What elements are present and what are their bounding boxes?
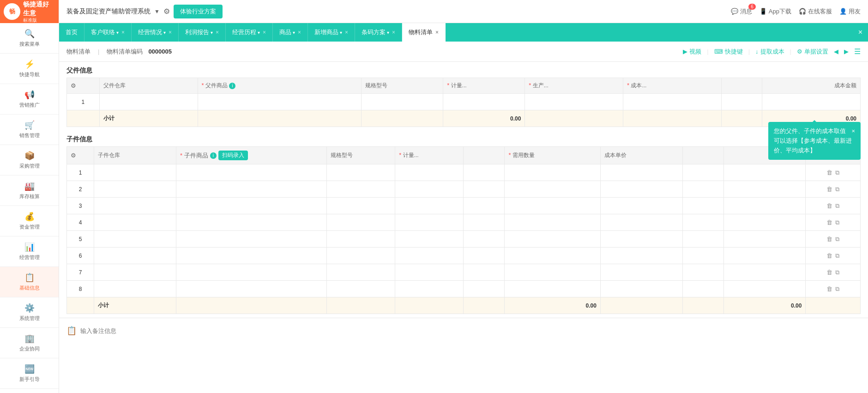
sidebar-item-purchase[interactable]: 📦 采购管理 xyxy=(0,145,59,175)
delete-icon-5[interactable]: 🗑 xyxy=(826,236,832,243)
child-row-1-cost-amount xyxy=(723,164,806,181)
copy-icon-3[interactable]: ⧉ xyxy=(835,202,839,210)
copy-icon-6[interactable]: ⧉ xyxy=(835,252,839,260)
tab-profit-close[interactable]: × xyxy=(216,29,219,36)
sidebar-item-label: 新手引导 xyxy=(19,376,40,383)
sidebar-item-marketing[interactable]: 📢 营销推广 xyxy=(0,84,59,115)
sidebar-item-basic-info[interactable]: 📋 基础信息 xyxy=(0,267,59,297)
child-row-1-unit-cost[interactable] xyxy=(600,164,682,181)
system-select-icon[interactable]: ▼ xyxy=(154,8,160,15)
tab-new-goods-close[interactable]: × xyxy=(345,29,348,36)
copy-icon-2[interactable]: ⧉ xyxy=(835,186,839,193)
settings-icon: ⚙️ xyxy=(24,303,35,313)
tab-bom-close[interactable]: × xyxy=(435,29,439,36)
tooltip-close-button[interactable]: × xyxy=(851,127,855,136)
tab-history[interactable]: 经营历程 ▾ × xyxy=(226,23,273,42)
online-service-label: 在线客服 xyxy=(808,7,832,16)
tab-customer-label: 客户联络 xyxy=(91,28,115,36)
copy-icon-1[interactable]: ⧉ xyxy=(835,169,839,176)
tab-operations-close[interactable]: × xyxy=(169,29,172,36)
single-settings-action[interactable]: ⚙ 单据设置 xyxy=(797,48,828,56)
sidebar-item-label: 系统管理 xyxy=(19,315,40,322)
child-row-1-qty[interactable] xyxy=(505,164,600,181)
tab-customer[interactable]: 客户联络 ▾ × xyxy=(84,23,132,42)
parent-col-settings[interactable]: ⚙ xyxy=(67,78,100,94)
chevron-down-icon: ▾ xyxy=(387,30,389,35)
delete-icon-4[interactable]: 🗑 xyxy=(826,219,832,226)
child-row-1-unit[interactable] xyxy=(395,164,464,181)
message-button[interactable]: 💬 消息 6 xyxy=(731,7,752,16)
sidebar-item-inventory[interactable]: 🏭 库存核算 xyxy=(0,175,59,206)
parent-row-num: 1 xyxy=(67,94,100,110)
sidebar-item-sales[interactable]: 🛒 销售管理 xyxy=(0,115,59,145)
view-label: 视频 xyxy=(689,48,701,56)
copy-icon-4[interactable]: ⧉ xyxy=(835,219,839,226)
sidebar-item-search[interactable]: 🔍 搜索菜单 xyxy=(0,23,59,54)
copy-icon-8[interactable]: ⧉ xyxy=(835,285,839,293)
view-action[interactable]: ▶ 视频 xyxy=(683,48,701,56)
message-icon: 💬 xyxy=(731,8,738,15)
tab-history-close[interactable]: × xyxy=(263,29,266,36)
sidebar-item-operations[interactable]: 📊 经营管理 xyxy=(0,236,59,267)
tab-barcode[interactable]: 条码方案 ▾ × xyxy=(355,23,402,42)
single-settings-label: 单据设置 xyxy=(804,48,828,56)
parent-row-goods[interactable] xyxy=(198,94,361,110)
trial-button[interactable]: 体验行业方案 xyxy=(174,5,223,18)
parent-goods-info-icon[interactable]: i xyxy=(229,83,235,89)
parent-table-header-row: ⚙ 父件仓库 * 父件商品 i 规格型号 * 计量... xyxy=(67,78,861,94)
parent-col-cost: * 成本... xyxy=(623,78,722,94)
parent-subtotal-col2 xyxy=(198,110,361,127)
tab-new-goods[interactable]: 新增商品 ▾ × xyxy=(308,23,355,42)
delete-icon-7[interactable]: 🗑 xyxy=(826,269,832,276)
copy-icon-7[interactable]: ⧉ xyxy=(835,269,839,276)
user-button[interactable]: 👤 用友 xyxy=(839,7,861,16)
tab-goods[interactable]: 商品 ▾ × xyxy=(273,23,308,42)
tab-home[interactable]: 首页 xyxy=(59,23,84,42)
remark-input[interactable] xyxy=(80,327,861,334)
parent-row-spec[interactable] xyxy=(361,94,443,110)
tabbar-close-button[interactable]: × xyxy=(853,28,868,36)
sidebar-item-enterprise[interactable]: 🏢 企业协同 xyxy=(0,328,59,358)
tab-profit[interactable]: 利润报告 ▾ × xyxy=(179,23,226,42)
scan-button[interactable]: 扫码录入 xyxy=(218,151,248,160)
delete-icon-2[interactable]: 🗑 xyxy=(826,186,832,193)
app-download-button[interactable]: 📱 App下载 xyxy=(760,7,791,16)
parent-row-cost[interactable] xyxy=(623,94,722,110)
sidebar-item-quick-nav[interactable]: ⚡ 快捷导航 xyxy=(0,54,59,84)
copy-icon-5[interactable]: ⧉ xyxy=(835,236,839,243)
child-row-1-spec[interactable] xyxy=(327,164,395,181)
parent-row-warehouse[interactable] xyxy=(99,94,198,110)
tab-bom[interactable]: 物料清单 × xyxy=(402,23,446,42)
parent-row-unit[interactable] xyxy=(443,94,525,110)
sidebar-item-label: 搜索菜单 xyxy=(19,41,40,48)
delete-icon-6[interactable]: 🗑 xyxy=(826,252,832,260)
sidebar-item-finance[interactable]: 💰 资金管理 xyxy=(0,206,59,236)
topbar-settings-button[interactable]: ⚙ xyxy=(163,7,170,16)
child-row-1-warehouse[interactable] xyxy=(94,164,176,181)
delete-icon-3[interactable]: 🗑 xyxy=(826,202,832,210)
sidebar-item-label: 经营管理 xyxy=(19,254,40,261)
parent-table: ⚙ 父件仓库 * 父件商品 i 规格型号 * 计量... xyxy=(66,78,861,127)
parent-subtotal-col1: 小计 xyxy=(99,110,198,127)
child-section-title: 子件信息 xyxy=(66,131,861,146)
child-col-spec: 规格型号 xyxy=(327,147,395,164)
delete-icon-1[interactable]: 🗑 xyxy=(826,169,832,176)
delete-icon-8[interactable]: 🗑 xyxy=(826,285,832,293)
sidebar-item-guide[interactable]: 🆕 新手引导 xyxy=(0,358,59,389)
child-row-1-goods[interactable] xyxy=(176,164,327,181)
parent-row-production[interactable] xyxy=(525,94,623,110)
shortcut-action[interactable]: ⌨ 快捷键 xyxy=(714,48,743,56)
sidebar-item-system[interactable]: ⚙️ 系统管理 xyxy=(0,297,59,328)
child-subtotal-row: 小计 0.00 0.00 xyxy=(67,297,861,314)
tab-goods-close[interactable]: × xyxy=(298,29,301,36)
sidebar-item-label: 基础信息 xyxy=(19,284,40,291)
parent-col-goods: * 父件商品 i xyxy=(198,78,361,94)
child-goods-info-icon[interactable]: i xyxy=(210,152,217,159)
tab-customer-close[interactable]: × xyxy=(121,29,125,36)
online-service-button[interactable]: 🎧 在线客服 xyxy=(799,7,832,16)
child-col-settings[interactable]: ⚙ xyxy=(67,147,94,164)
app-download-label: App下载 xyxy=(769,7,791,16)
extract-cost-action[interactable]: ↓ 提取成本 xyxy=(755,48,784,56)
tab-barcode-close[interactable]: × xyxy=(392,29,395,36)
tab-operations[interactable]: 经营情况 ▾ × xyxy=(132,23,179,42)
